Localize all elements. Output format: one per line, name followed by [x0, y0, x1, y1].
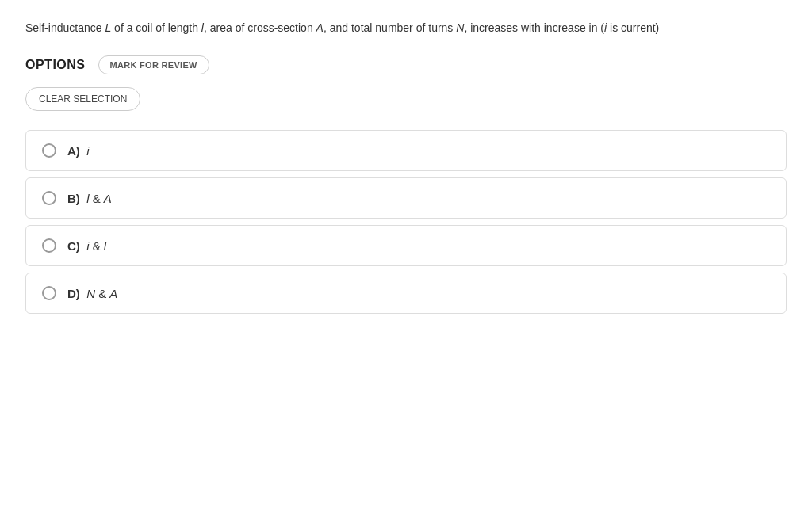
radio-b[interactable] — [42, 191, 56, 205]
option-item-a[interactable]: A) i — [25, 130, 787, 171]
options-title: OPTIONS — [25, 58, 86, 72]
clear-selection-button[interactable]: CLEAR SELECTION — [25, 87, 140, 111]
radio-c[interactable] — [42, 238, 56, 253]
question-text: Self-inductance L of a coil of length l,… — [25, 19, 787, 36]
option-item-c[interactable]: C) i & l — [25, 225, 787, 266]
options-header: OPTIONS MARK FOR REVIEW — [25, 55, 787, 74]
option-label-b: B) l & A — [67, 192, 112, 205]
option-item-d[interactable]: D) N & A — [25, 273, 787, 314]
option-label-a: A) i — [67, 144, 90, 158]
option-item-b[interactable]: B) l & A — [25, 177, 787, 219]
mark-for-review-button[interactable]: MARK FOR REVIEW — [98, 55, 209, 74]
radio-a[interactable] — [42, 143, 56, 158]
option-label-d: D) N & A — [67, 287, 117, 300]
options-list: A) i B) l & A C) i & l D) N & A — [25, 130, 787, 320]
option-label-c: C) i & l — [67, 239, 106, 253]
radio-d[interactable] — [42, 286, 56, 300]
page-container: Self-inductance L of a coil of length l,… — [0, 0, 812, 339]
